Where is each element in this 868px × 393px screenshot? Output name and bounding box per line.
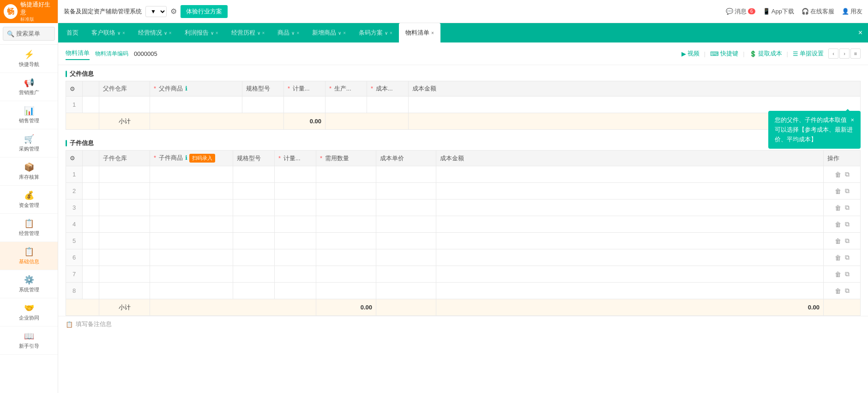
action-view[interactable]: ▶ 视频 [681,49,699,58]
settings-gear-icon[interactable]: ⚙ [170,7,177,16]
child-row-8-copy-icon[interactable]: ⧉ [845,287,850,295]
child-row-2-qty[interactable] [316,183,376,200]
child-row-7-settings[interactable] [83,266,99,283]
child-row-7-unit-cost[interactable] [376,266,436,283]
child-row-1-amount[interactable] [436,166,824,183]
child-row-3-qty[interactable] [316,200,376,216]
child-row-5-delete-icon[interactable]: 🗑 [835,237,841,245]
child-row-2-copy-icon[interactable]: ⧉ [845,187,850,195]
child-row-1-copy-icon[interactable]: ⧉ [845,170,850,178]
child-row-7-product[interactable] [150,266,233,283]
parent-row-1-settings[interactable] [83,97,99,113]
tab-profit[interactable]: 利润报告 ∨ × [178,23,225,42]
child-row-5-unit[interactable] [275,233,316,249]
scan-button[interactable]: 扫码录入 [189,154,215,163]
child-row-2-settings[interactable] [83,183,99,200]
child-row-6-qty[interactable] [316,249,376,266]
parent-row-1-cost[interactable] [367,97,409,113]
child-row-1-qty[interactable] [316,166,376,183]
child-row-5-product[interactable] [150,233,233,249]
parent-col-settings[interactable]: ⚙ [66,81,83,97]
search-button[interactable]: 🔍 搜索菜单 [3,27,55,41]
child-row-3-product[interactable] [150,200,233,216]
child-row-4-qty[interactable] [316,216,376,233]
tab-goods[interactable]: 商品 ∨ × [271,23,306,42]
child-row-3-spec[interactable] [233,200,275,216]
child-row-2-amount[interactable] [436,183,824,200]
system-select[interactable]: ▼ [145,6,167,17]
sidebar-item-basic-info[interactable]: 📋 基础信息 [0,242,58,270]
child-row-1-spec[interactable] [233,166,275,183]
child-row-6-spec[interactable] [233,249,275,266]
child-row-1-product[interactable] [150,166,233,183]
close-all-tabs[interactable]: × [855,27,866,39]
tab-history-close[interactable]: × [262,30,265,36]
prev-arrow[interactable]: ‹ [828,48,838,59]
child-row-1-delete-icon[interactable]: 🗑 [835,171,841,178]
child-row-2-product[interactable] [150,183,233,200]
child-row-3-settings[interactable] [83,200,99,216]
child-row-2-unit-cost[interactable] [376,183,436,200]
child-row-6-unit-cost[interactable] [376,249,436,266]
child-row-6-copy-icon[interactable]: ⧉ [845,254,850,261]
sidebar-item-marketing[interactable]: 📢 营销推广 [0,73,58,101]
child-row-5-spec[interactable] [233,233,275,249]
child-row-3-unit-cost[interactable] [376,200,436,216]
next-arrow[interactable]: › [839,48,850,59]
child-row-8-qty[interactable] [316,283,376,299]
child-row-5-qty[interactable] [316,233,376,249]
child-row-1-unit-cost[interactable] [376,166,436,183]
child-row-8-warehouse[interactable] [99,283,150,299]
tab-new-goods-close[interactable]: × [343,30,346,36]
tab-customer-close[interactable]: × [122,30,125,36]
child-row-6-delete-icon[interactable]: 🗑 [835,254,841,261]
child-row-4-settings[interactable] [83,216,99,233]
child-row-7-unit[interactable] [275,266,316,283]
child-row-7-copy-icon[interactable]: ⧉ [845,270,850,278]
child-row-1-warehouse[interactable] [99,166,150,183]
sidebar-item-sales[interactable]: 📊 销售管理 [0,101,58,129]
tab-bom-close[interactable]: × [431,30,434,36]
child-row-4-warehouse[interactable] [99,216,150,233]
message-button[interactable]: 💬 消息 6 [726,7,755,16]
child-row-3-unit[interactable] [275,200,316,216]
sidebar-item-cooperation[interactable]: 🤝 企业协同 [0,298,58,326]
sidebar-search[interactable]: 🔍 搜索菜单 [0,23,58,45]
parent-row-1-product[interactable] [150,97,242,113]
child-row-4-delete-icon[interactable]: 🗑 [835,221,841,228]
tooltip-close-button[interactable]: × [850,115,854,125]
child-row-8-spec[interactable] [233,283,275,299]
child-row-4-product[interactable] [150,216,233,233]
tab-customer[interactable]: 客户联络 ∨ × [85,23,132,42]
child-col-settings[interactable]: ⚙ [66,151,83,166]
child-row-6-product[interactable] [150,249,233,266]
tab-operations-close[interactable]: × [169,30,172,36]
child-row-7-delete-icon[interactable]: 🗑 [835,271,841,278]
tab-new-goods[interactable]: 新增商品 ∨ × [306,23,352,42]
app-download-button[interactable]: 📱 App下载 [763,7,794,16]
tab-barcode-close[interactable]: × [390,30,392,36]
page-tab-list[interactable]: 物料清单 [66,47,90,60]
child-row-3-copy-icon[interactable]: ⧉ [845,204,850,212]
tab-history[interactable]: 经营历程 ∨ × [225,23,271,42]
online-service-button[interactable]: 🎧 在线客服 [802,7,834,16]
child-row-7-qty[interactable] [316,266,376,283]
tab-bom[interactable]: 物料清单 × [399,23,440,42]
child-row-7-spec[interactable] [233,266,275,283]
sidebar-item-system[interactable]: ⚙️ 系统管理 [0,270,58,298]
child-row-5-settings[interactable] [83,233,99,249]
child-row-5-warehouse[interactable] [99,233,150,249]
child-row-4-amount[interactable] [436,216,824,233]
sidebar-item-purchase[interactable]: 🛒 采购管理 [0,129,58,157]
parent-row-1-warehouse[interactable] [99,97,150,113]
parent-row-1-production[interactable] [326,97,367,113]
child-row-8-unit-cost[interactable] [376,283,436,299]
sidebar-item-quick-nav[interactable]: ⚡ 快捷导航 [0,45,58,73]
child-row-2-delete-icon[interactable]: 🗑 [835,187,841,195]
child-row-5-amount[interactable] [436,233,824,249]
sidebar-item-inventory[interactable]: 📦 库存核算 [0,157,58,186]
child-row-2-spec[interactable] [233,183,275,200]
tab-barcode[interactable]: 条码方案 ∨ × [352,23,399,42]
action-shortcut[interactable]: ⌨ 快捷键 [710,49,738,58]
child-row-1-settings[interactable] [83,166,99,183]
